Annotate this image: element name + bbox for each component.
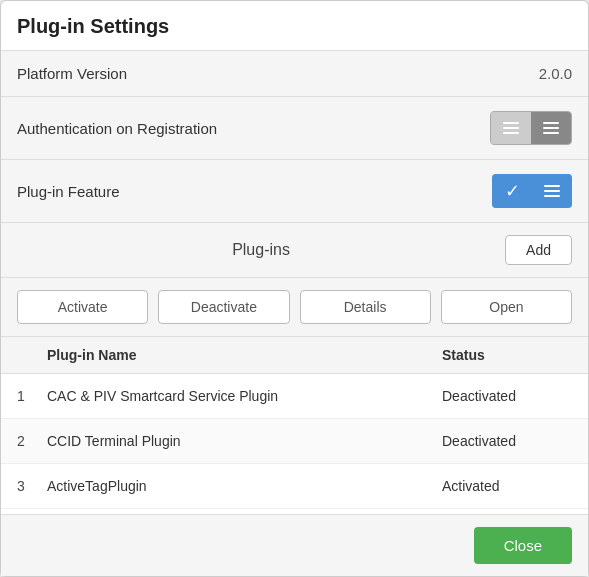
plugin-feature-row: Plug-in Feature ✓ — [1, 160, 588, 223]
plugins-label: Plug-ins — [17, 241, 505, 259]
platform-version-value: 2.0.0 — [539, 65, 572, 82]
plugin-feature-label: Plug-in Feature — [17, 183, 120, 200]
row-num: 2 — [17, 433, 47, 449]
table-header: Plug-in Name Status — [1, 337, 588, 374]
row-plugin-name: ActiveTagPlugin — [47, 478, 442, 494]
platform-version-row: Platform Version 2.0.0 — [1, 51, 588, 97]
add-plugin-button[interactable]: Add — [505, 235, 572, 265]
row-status: Deactivated — [442, 433, 572, 449]
action-buttons-row: Activate Deactivate Details Open — [1, 278, 588, 337]
activate-button[interactable]: Activate — [17, 290, 148, 324]
auth-registration-label: Authentication on Registration — [17, 120, 217, 137]
plugins-table: Plug-in Name Status 1 CAC & PIV Smartcar… — [1, 337, 588, 514]
row-num: 1 — [17, 388, 47, 404]
toggle-lines-icon[interactable] — [491, 111, 531, 145]
auth-registration-row: Authentication on Registration — [1, 97, 588, 160]
plugins-header: Plug-ins Add — [1, 223, 588, 278]
row-plugin-name: CAC & PIV Smartcard Service Plugin — [47, 388, 442, 404]
row-status: Activated — [442, 478, 572, 494]
table-row[interactable]: 2 CCID Terminal Plugin Deactivated — [1, 419, 588, 464]
row-status: Deactivated — [442, 388, 572, 404]
table-body: 1 CAC & PIV Smartcard Service Plugin Dea… — [1, 374, 588, 509]
col-status-header: Status — [442, 347, 572, 363]
open-button[interactable]: Open — [441, 290, 572, 324]
dialog-title: Plug-in Settings — [1, 1, 588, 51]
col-name-header: Plug-in Name — [47, 347, 442, 363]
platform-version-label: Platform Version — [17, 65, 127, 82]
row-num: 3 — [17, 478, 47, 494]
dialog-footer: Close — [1, 514, 588, 576]
toggle-off-icon[interactable] — [531, 111, 571, 145]
plugin-settings-dialog: Plug-in Settings Platform Version 2.0.0 … — [0, 0, 589, 577]
toggle-lines-right-icon[interactable] — [532, 174, 572, 208]
table-row[interactable]: 1 CAC & PIV Smartcard Service Plugin Dea… — [1, 374, 588, 419]
plugin-feature-toggle[interactable]: ✓ — [492, 174, 572, 208]
close-button[interactable]: Close — [474, 527, 572, 564]
table-row[interactable]: 3 ActiveTagPlugin Activated — [1, 464, 588, 509]
deactivate-button[interactable]: Deactivate — [158, 290, 289, 324]
toggle-check-icon[interactable]: ✓ — [492, 174, 532, 208]
details-button[interactable]: Details — [300, 290, 431, 324]
row-plugin-name: CCID Terminal Plugin — [47, 433, 442, 449]
auth-registration-toggle[interactable] — [490, 111, 572, 145]
